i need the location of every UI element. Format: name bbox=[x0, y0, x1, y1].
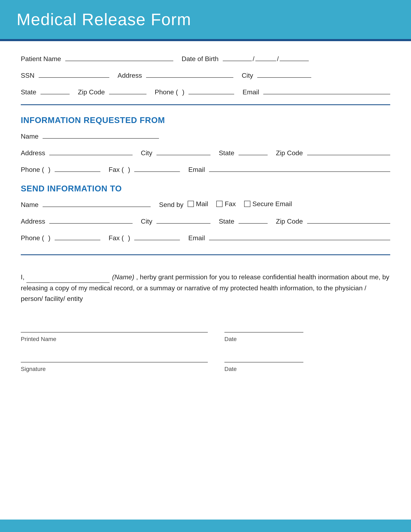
info-fax-input[interactable] bbox=[134, 164, 180, 172]
info-address-label: Address bbox=[21, 149, 45, 157]
dob-slash-1: / bbox=[253, 55, 255, 63]
ssn-input[interactable] bbox=[39, 70, 109, 78]
send-zip-label: Zip Code bbox=[276, 218, 303, 225]
consent-text-before: I, bbox=[21, 273, 25, 281]
city-label-1: City bbox=[242, 72, 253, 79]
info-name-row: Name bbox=[21, 131, 390, 140]
page-title: Medical Release Form bbox=[17, 10, 394, 29]
date-2-line[interactable] bbox=[224, 355, 303, 362]
signature-line[interactable] bbox=[21, 355, 208, 362]
dob-label: Date of Birth bbox=[182, 55, 219, 63]
signature-section: Printed Name Date Signature Date bbox=[21, 325, 390, 372]
info-fax-mid: ) bbox=[128, 166, 130, 173]
signature-row: Signature Date bbox=[21, 355, 390, 372]
mail-checkbox[interactable] bbox=[188, 201, 194, 207]
send-by-checkboxes: Mail Fax Secure Email bbox=[188, 200, 292, 208]
send-fax-label: Fax ( bbox=[109, 234, 124, 242]
info-requested-section: INFORMATION REQUESTED FROM Name Address … bbox=[21, 115, 390, 173]
signature-group: Signature bbox=[21, 355, 208, 372]
dob-month-input[interactable] bbox=[223, 54, 252, 61]
phone-mid-1: ) bbox=[182, 88, 184, 96]
send-fax-mid: ) bbox=[128, 234, 130, 242]
state-input-1[interactable] bbox=[40, 87, 70, 94]
address-input-1[interactable] bbox=[146, 70, 233, 78]
info-name-input[interactable] bbox=[43, 131, 159, 139]
consent-text: I, (Name) , herby grant permission for y… bbox=[21, 272, 390, 304]
zip-label-1: Zip Code bbox=[78, 88, 105, 96]
send-city-label: City bbox=[141, 218, 152, 225]
send-phone-label: Phone ( bbox=[21, 234, 44, 242]
patient-name-input[interactable] bbox=[65, 54, 173, 61]
secure-email-checkbox[interactable] bbox=[244, 201, 250, 207]
info-email-label: Email bbox=[188, 166, 205, 173]
fax-checkbox[interactable] bbox=[216, 201, 222, 207]
page-header: Medical Release Form bbox=[0, 0, 411, 41]
send-phone-input[interactable] bbox=[55, 233, 100, 240]
info-city-input[interactable] bbox=[156, 148, 210, 155]
info-phone-row: Phone ( ) Fax ( ) Email bbox=[21, 164, 390, 173]
state-label-1: State bbox=[21, 88, 36, 96]
send-phone-row: Phone ( ) Fax ( ) Email bbox=[21, 233, 390, 242]
zip-input-1[interactable] bbox=[109, 87, 146, 94]
send-to-title: SEND INFORMATION TO bbox=[21, 184, 390, 193]
state-row: State Zip Code Phone ( ) Email bbox=[21, 87, 390, 96]
send-state-label: State bbox=[219, 218, 234, 225]
send-fax-input[interactable] bbox=[134, 233, 180, 240]
send-email-input[interactable] bbox=[209, 233, 390, 240]
secure-email-checkbox-item[interactable]: Secure Email bbox=[244, 200, 292, 208]
info-name-label: Name bbox=[21, 133, 38, 140]
send-name-label: Name bbox=[21, 201, 38, 209]
info-zip-label: Zip Code bbox=[276, 149, 303, 157]
date-1-label: Date bbox=[224, 336, 303, 342]
mail-label: Mail bbox=[196, 200, 208, 208]
info-address-input[interactable] bbox=[49, 148, 132, 155]
printed-name-line[interactable] bbox=[21, 325, 208, 332]
send-by-label: Send by bbox=[159, 201, 183, 209]
send-name-row: Name Send by Mail Fax Secure Email bbox=[21, 200, 390, 209]
patient-info-section: Patient Name Date of Birth / / SSN Addre… bbox=[21, 54, 390, 96]
info-phone-mid: ) bbox=[48, 166, 50, 173]
info-address-row: Address City State Zip Code bbox=[21, 148, 390, 157]
info-fax-label: Fax ( bbox=[109, 166, 124, 173]
info-email-input[interactable] bbox=[209, 164, 390, 172]
phone-input-1[interactable] bbox=[189, 87, 234, 94]
secure-email-label: Secure Email bbox=[252, 200, 292, 208]
info-phone-label: Phone ( bbox=[21, 166, 44, 173]
send-email-label: Email bbox=[188, 234, 205, 242]
date-2-label: Date bbox=[224, 366, 303, 372]
printed-name-group: Printed Name bbox=[21, 325, 208, 342]
send-to-section: SEND INFORMATION TO Name Send by Mail Fa… bbox=[21, 184, 390, 242]
date-1-group: Date bbox=[224, 325, 303, 342]
fax-cb-label: Fax bbox=[225, 200, 236, 208]
mail-checkbox-item[interactable]: Mail bbox=[188, 200, 208, 208]
date-1-line[interactable] bbox=[224, 325, 303, 332]
send-address-row: Address City State Zip Code bbox=[21, 216, 390, 225]
info-city-label: City bbox=[141, 149, 152, 157]
printed-name-label: Printed Name bbox=[21, 336, 208, 342]
send-zip-input[interactable] bbox=[307, 216, 390, 224]
signature-label: Signature bbox=[21, 366, 208, 372]
email-input-1[interactable] bbox=[263, 87, 390, 94]
info-requested-title: INFORMATION REQUESTED FROM bbox=[21, 115, 390, 125]
info-state-input[interactable] bbox=[239, 148, 268, 155]
consent-name-blank[interactable] bbox=[26, 272, 109, 283]
patient-name-row: Patient Name Date of Birth / / bbox=[21, 54, 390, 63]
dob-day-input[interactable] bbox=[255, 54, 276, 61]
address-label-1: Address bbox=[118, 72, 142, 79]
send-address-label: Address bbox=[21, 218, 45, 225]
dob-year-input[interactable] bbox=[280, 54, 309, 61]
info-zip-input[interactable] bbox=[307, 148, 390, 155]
send-name-input[interactable] bbox=[43, 200, 151, 207]
send-address-input[interactable] bbox=[49, 216, 132, 224]
consent-name-italic: (Name) bbox=[112, 273, 134, 281]
dob-slash-2: / bbox=[277, 55, 279, 63]
fax-checkbox-item[interactable]: Fax bbox=[216, 200, 236, 208]
divider-2 bbox=[21, 254, 390, 255]
info-phone-input[interactable] bbox=[55, 164, 100, 172]
ssn-label: SSN bbox=[21, 72, 35, 79]
send-state-input[interactable] bbox=[239, 216, 268, 224]
city-input-1[interactable] bbox=[257, 70, 311, 78]
printed-name-row: Printed Name Date bbox=[21, 325, 390, 342]
footer-bar bbox=[0, 520, 411, 532]
send-city-input[interactable] bbox=[156, 216, 210, 224]
